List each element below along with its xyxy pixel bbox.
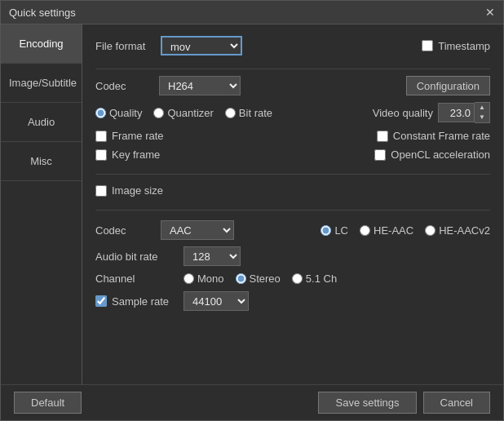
quality-row: Quality Quantizer Bit rate Video quality (95, 102, 490, 123)
image-size-checkbox[interactable] (95, 185, 107, 197)
default-button[interactable]: Default (14, 392, 82, 414)
image-size-checkbox-label[interactable]: Image size (95, 184, 490, 197)
timestamp-checkbox[interactable] (422, 40, 433, 51)
bitrate-radio[interactable] (225, 108, 236, 118)
quantizer-radio[interactable] (153, 108, 164, 118)
audio-codec-row: Codec AAC MP3 AC3 OGG LC (95, 220, 490, 240)
stereo-radio[interactable] (236, 273, 246, 284)
frame-rate-checkbox-label[interactable]: Frame rate (95, 130, 164, 142)
opencl-checkbox-label[interactable]: OpenCL acceleration (374, 148, 490, 161)
bitrate-radio-label[interactable]: Bit rate (225, 107, 272, 119)
sidebar-item-audio[interactable]: Audio (1, 103, 82, 142)
audio-section: Codec AAC MP3 AC3 OGG LC (95, 220, 490, 317)
footer: Default Save settings Cancel (1, 384, 503, 420)
sidebar-item-misc[interactable]: Misc (1, 142, 82, 181)
channel-label: Channel (95, 273, 177, 285)
footer-right: Save settings Cancel (318, 392, 490, 414)
audio-mode-radio-group: LC HE-AAC HE-AACv2 (321, 224, 490, 237)
key-frame-checkbox[interactable] (95, 149, 107, 161)
file-format-select[interactable]: mov mp4 avi mkv (161, 36, 242, 55)
title-bar: Quick settings ✕ (1, 1, 503, 24)
video-quality-spinner: ▲ ▼ (438, 102, 490, 123)
quality-radio[interactable] (95, 108, 106, 118)
video-quality-spinner-btns: ▲ ▼ (475, 102, 490, 123)
he-aac-radio-label[interactable]: HE-AAC (360, 224, 413, 237)
file-format-row: File format mov mp4 avi mkv Timestamp (95, 36, 490, 55)
close-button[interactable]: ✕ (485, 6, 495, 19)
video-quality-label: Video quality (373, 107, 433, 119)
constant-frame-rate-label[interactable]: Constant Frame rate (377, 130, 490, 142)
51ch-radio[interactable] (292, 273, 303, 284)
he-aac-radio[interactable] (360, 225, 370, 236)
timestamp-row: Timestamp (422, 40, 490, 52)
sidebar-item-image-subtitle[interactable]: Image/Subtitle (1, 64, 82, 103)
video-quality-input[interactable] (438, 103, 475, 122)
audio-bitrate-select[interactable]: 64 96 128 192 256 320 (183, 246, 241, 266)
quantizer-radio-label[interactable]: Quantizer (153, 107, 213, 119)
save-settings-button[interactable]: Save settings (318, 392, 416, 414)
sidebar-item-encoding[interactable]: Encoding (1, 24, 82, 64)
audio-codec-label: Codec (95, 224, 153, 237)
cancel-button[interactable]: Cancel (423, 392, 490, 414)
mono-radio[interactable] (183, 273, 194, 284)
main-content: File format mov mp4 avi mkv Timestamp Co… (82, 24, 503, 384)
lc-radio-label[interactable]: LC (321, 224, 348, 237)
opencl-checkbox[interactable] (374, 149, 386, 161)
file-format-label: File format (95, 40, 153, 52)
sample-rate-checkbox-label[interactable]: Sample rate (95, 295, 177, 308)
dialog-title: Quick settings (9, 7, 76, 19)
he-aacv2-radio[interactable] (425, 225, 435, 236)
key-frame-checkbox-label[interactable]: Key frame (95, 148, 160, 161)
sidebar: Encoding Image/Subtitle Audio Misc (1, 24, 82, 384)
mono-radio-label[interactable]: Mono (183, 273, 224, 285)
image-size-section: Image size (95, 184, 490, 197)
video-quality-row: Video quality ▲ ▼ (373, 102, 490, 123)
content-area: Encoding Image/Subtitle Audio Misc File … (1, 24, 503, 384)
sample-rate-checkbox[interactable] (95, 295, 107, 307)
dialog: Quick settings ✕ Encoding Image/Subtitle… (0, 0, 504, 421)
frame-rate-section: Frame rate Constant Frame rate (95, 130, 490, 142)
quality-radio-label[interactable]: Quality (95, 107, 142, 119)
timestamp-label: Timestamp (438, 40, 490, 52)
he-aacv2-radio-label[interactable]: HE-AACv2 (425, 224, 490, 237)
constant-frame-rate-checkbox[interactable] (377, 131, 388, 142)
audio-bitrate-row: Audio bit rate 64 96 128 192 256 320 (95, 246, 490, 266)
lc-radio[interactable] (321, 225, 331, 236)
sample-rate-select[interactable]: 22050 32000 44100 48000 (183, 291, 249, 311)
configuration-button[interactable]: Configuration (406, 76, 490, 95)
audio-codec-select[interactable]: AAC MP3 AC3 OGG (161, 220, 234, 240)
audio-bitrate-label: Audio bit rate (95, 250, 177, 263)
quality-radio-group: Quality Quantizer Bit rate (95, 107, 272, 119)
frame-rate-checkbox[interactable] (95, 131, 107, 142)
codec-label: Codec (95, 80, 153, 92)
stereo-radio-label[interactable]: Stereo (236, 273, 281, 285)
codec-row: Codec H264 H265 MPEG4 XVID Configuration (95, 76, 490, 95)
key-frame-section: Key frame OpenCL acceleration (95, 148, 490, 161)
video-quality-up[interactable]: ▲ (475, 103, 489, 113)
51ch-radio-label[interactable]: 5.1 Ch (292, 273, 337, 285)
sample-rate-row: Sample rate 22050 32000 44100 48000 (95, 291, 490, 311)
video-quality-down[interactable]: ▼ (475, 113, 489, 122)
codec-select[interactable]: H264 H265 MPEG4 XVID (159, 76, 241, 95)
channel-radio-group: Mono Stereo 5.1 Ch (183, 273, 337, 285)
channel-row: Channel Mono Stereo 5.1 Ch (95, 273, 490, 285)
